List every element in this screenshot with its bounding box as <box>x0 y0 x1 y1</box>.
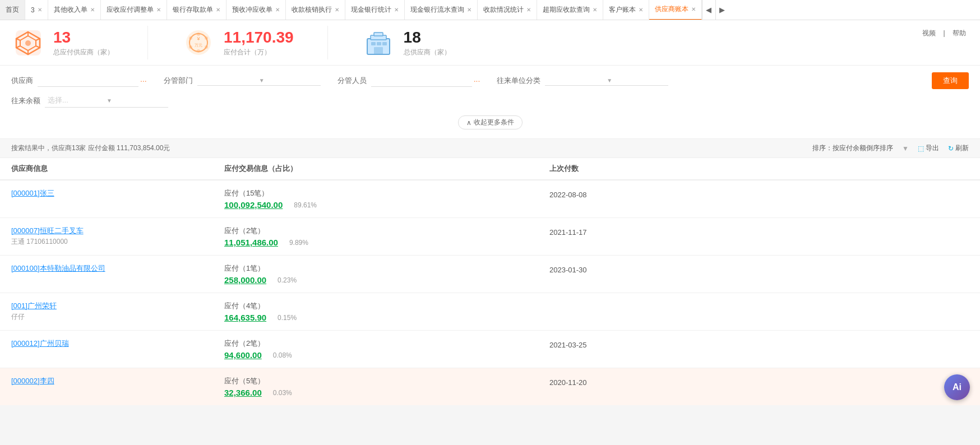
close-icon[interactable]: ✕ <box>156 7 161 13</box>
nav-cash-bank-flow[interactable]: 现金银行流水查询 ✕ <box>405 0 478 20</box>
nav-other-income[interactable]: 其他收入单 ✕ <box>48 0 101 20</box>
nav-tab-3[interactable]: 3 ✕ <box>25 0 48 20</box>
payable-pct: 89.61% <box>294 201 317 209</box>
export-label: 导出 <box>926 143 939 153</box>
nav-cash-bank-stat[interactable]: 现金银行统计 ✕ <box>345 0 405 20</box>
payable-col: 应付（5笔） 32,366.00 0.03% <box>224 376 549 397</box>
category-select[interactable]: ▼ <box>545 76 668 86</box>
supplier-ellipsis-icon[interactable]: ··· <box>140 76 147 85</box>
dept-label: 分管部门 <box>164 76 193 86</box>
payable-amount[interactable]: 164,635.90 <box>224 313 266 322</box>
close-icon[interactable]: ✕ <box>467 7 471 13</box>
supplier-input[interactable] <box>38 75 138 87</box>
payable-amount[interactable]: 100,092,540.00 <box>224 200 283 210</box>
payable-desc: 应付（1笔） <box>224 263 549 274</box>
dept-select[interactable]: ▼ <box>197 76 321 86</box>
supplier-link[interactable]: [000012]广州贝瑞 <box>11 339 69 347</box>
payable-pct: 0.03% <box>273 389 292 397</box>
table-row: [000100]本特勒油品有限公司 应付（1笔） 258,000.00 0.23… <box>0 256 980 293</box>
close-icon[interactable]: ✕ <box>394 7 399 13</box>
total-suppliers-icon <box>362 26 395 59</box>
payable-desc: 应付（2笔） <box>224 339 549 349</box>
nav-home[interactable]: 首页 <box>0 0 25 20</box>
category-label: 往来单位分类 <box>497 76 540 86</box>
close-icon[interactable]: ✕ <box>593 7 597 13</box>
ai-badge[interactable]: Ai <box>944 374 970 400</box>
table-row: [000007]恒旺二手叉车 王通 17106110000 应付（2笔） 11,… <box>0 218 980 256</box>
payable-info: 应付（1笔） 258,000.00 0.23% <box>224 263 549 285</box>
nav-prev-arrow[interactable]: ◀ <box>702 0 715 20</box>
close-icon[interactable]: ✕ <box>639 7 643 13</box>
payable-amount[interactable]: 32,366.00 <box>224 388 262 397</box>
table-header: 供应商信息 应付交易信息（占比） 上次付数 <box>0 158 980 180</box>
person-ellipsis-icon[interactable]: ··· <box>474 76 480 85</box>
nav-overdue-ar[interactable]: 超期应收款查询 ✕ <box>537 0 603 20</box>
payable-amount[interactable]: 258,000.00 <box>224 275 266 285</box>
svg-point-18 <box>189 45 192 49</box>
supplier-link[interactable]: [001]广州荣轩 <box>11 302 57 310</box>
col-header-lastpay: 上次付数 <box>549 164 969 174</box>
stat-total-suppliers-text: 18 总供应商（家） <box>404 29 451 57</box>
nav-supplier-ledger[interactable]: 供应商账本 ✕ <box>649 0 702 20</box>
balance-select[interactable]: 选择... ▼ <box>45 94 168 108</box>
svg-point-17 <box>197 49 200 53</box>
top-right-links: 视频 | 帮助 <box>919 29 969 38</box>
stat-payable-suppliers-label: 总应付供应商（家） <box>53 48 114 57</box>
last-pay-date: 2020-11-20 <box>549 376 969 387</box>
help-link[interactable]: 帮助 <box>953 29 966 37</box>
payable-row: 32,366.00 0.03% <box>224 388 549 397</box>
payable-row: 11,051,486.00 9.89% <box>224 238 549 247</box>
payable-suppliers-icon <box>11 26 45 59</box>
top-navigation: 首页 3 ✕ 其他收入单 ✕ 应收应付调整单 ✕ 银行存取款单 ✕ 预收冲应收单… <box>0 0 980 20</box>
close-icon[interactable]: ✕ <box>38 7 42 13</box>
last-pay-date: 2023-01-30 <box>549 263 969 274</box>
payable-amount[interactable]: 11,051,486.00 <box>224 238 278 247</box>
payable-amount[interactable]: 94,600.00 <box>224 350 262 360</box>
close-icon[interactable]: ✕ <box>216 7 220 13</box>
stats-divider-2 <box>327 26 328 59</box>
supplier-link[interactable]: [000001]张三 <box>11 189 54 197</box>
nav-receipt-exec[interactable]: 收款核销执行 ✕ <box>286 0 345 20</box>
nav-customer-ledger[interactable]: 客户账本 ✕ <box>603 0 649 20</box>
payable-desc: 应付（5笔） <box>224 376 549 386</box>
nav-prepay-offset[interactable]: 预收冲应收单 ✕ <box>226 0 286 20</box>
svg-point-16 <box>205 45 208 49</box>
payable-desc: 应付（4笔） <box>224 301 549 311</box>
svg-rect-24 <box>377 42 381 45</box>
close-icon[interactable]: ✕ <box>275 7 280 13</box>
filter-category: 往来单位分类 ▼ <box>497 76 668 86</box>
refresh-button[interactable]: ↻ 刷新 <box>948 143 969 153</box>
nav-bank-deposit[interactable]: 银行存取款单 ✕ <box>167 0 226 20</box>
refresh-label: 刷新 <box>955 143 969 153</box>
supplier-link[interactable]: [000007]恒旺二手叉车 <box>11 226 84 235</box>
last-pay-date: 2021-11-17 <box>549 226 969 237</box>
sort-label[interactable]: 排序：按应付余额倒序排序 <box>812 143 893 153</box>
export-button[interactable]: ⬚ 导出 <box>918 143 939 153</box>
close-icon[interactable]: ✕ <box>335 7 339 13</box>
nav-next-arrow[interactable]: ▶ <box>715 0 729 20</box>
category-dropdown-icon: ▼ <box>607 77 665 84</box>
collapse-button[interactable]: ∧ 收起更多条件 <box>458 115 523 129</box>
nav-receipt-stat[interactable]: 收款情况统计 ✕ <box>478 0 537 20</box>
supplier-link[interactable]: [000002]李四 <box>11 377 54 385</box>
payable-row: 258,000.00 0.23% <box>224 275 549 285</box>
stats-bar: 13 总应付供应商（家） ¥ 万元 11,170.39 应付合计（万） <box>0 20 980 66</box>
nav-ar-ap-adjust[interactable]: 应收应付调整单 ✕ <box>101 0 167 20</box>
stat-total-suppliers-num: 18 <box>404 29 451 47</box>
close-icon[interactable]: ✕ <box>526 7 531 13</box>
person-input[interactable] <box>371 75 472 87</box>
supplier-link[interactable]: [000100]本特勒油品有限公司 <box>11 264 105 272</box>
close-icon[interactable]: ✕ <box>691 6 696 12</box>
table-row: [000002]李四 应付（5笔） 32,366.00 0.03% 2020-1… <box>0 368 980 405</box>
supplier-sub: 王通 17106110000 <box>11 237 224 247</box>
payable-col: 应付（15笔） 100,092,540.00 89.61% <box>224 188 549 210</box>
query-button[interactable]: 查询 <box>932 72 969 89</box>
payable-info: 应付（2笔） 94,600.00 0.08% <box>224 339 549 360</box>
video-link[interactable]: 视频 <box>922 29 936 37</box>
stat-block-total-suppliers: 18 总供应商（家） <box>362 26 451 59</box>
stat-total-suppliers-label: 总供应商（家） <box>404 48 451 57</box>
payable-desc: 应付（15笔） <box>224 188 549 198</box>
table-row: [000001]张三 应付（15笔） 100,092,540.00 89.61%… <box>0 180 980 218</box>
payable-col: 应付（2笔） 94,600.00 0.08% <box>224 339 549 360</box>
close-icon[interactable]: ✕ <box>90 7 95 13</box>
